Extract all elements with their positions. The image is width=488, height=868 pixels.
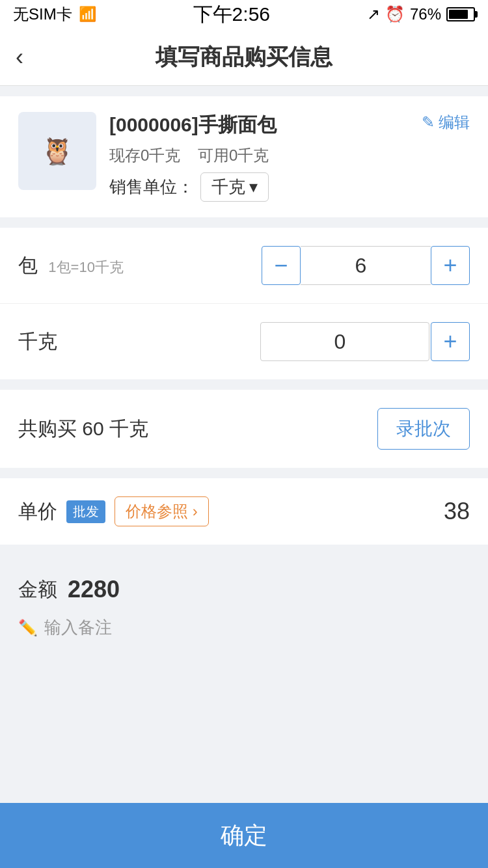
- edit-icon: ✎: [422, 113, 435, 131]
- edit-label: 编辑: [439, 112, 470, 133]
- amount-section: 金额 2280 ✏️ 输入备注: [0, 545, 488, 652]
- alarm-icon: ⏰: [385, 5, 405, 23]
- package-decrement-button[interactable]: −: [262, 246, 301, 285]
- package-increment-button[interactable]: +: [431, 246, 470, 285]
- kg-qty-input[interactable]: [260, 322, 429, 361]
- price-label: 单价: [18, 498, 57, 525]
- unit-dropdown-icon: ▾: [249, 177, 258, 197]
- product-card: 🦉 [0000006]手撕面包 现存0千克 可用0千克 销售单位： 千克 ▾ ✎…: [0, 96, 488, 217]
- product-stock: 现存0千克 可用0千克: [109, 145, 470, 166]
- product-unit-row: 销售单位： 千克 ▾: [109, 172, 470, 202]
- package-qty-input[interactable]: [301, 246, 431, 285]
- kg-label: 千克: [18, 329, 260, 355]
- edit-button[interactable]: ✎ 编辑: [422, 112, 470, 133]
- page-title: 填写商品购买信息: [156, 42, 332, 72]
- kg-row: 千克 +: [0, 304, 488, 379]
- package-row: 包 1包=10千克 − +: [0, 228, 488, 304]
- nav-bar: ‹ 填写商品购买信息: [0, 29, 488, 86]
- product-name: [0000006]手撕面包: [109, 112, 470, 139]
- amount-label: 金额: [18, 576, 57, 603]
- location-icon: ↗: [367, 5, 380, 23]
- kg-increment-button[interactable]: +: [431, 322, 470, 361]
- price-section: 单价 批发 价格参照 › 38: [0, 478, 488, 545]
- batch-button[interactable]: 录批次: [377, 408, 470, 450]
- package-label: 包 1包=10千克: [18, 252, 262, 279]
- status-time: 下午2:56: [193, 1, 270, 28]
- unit-select[interactable]: 千克 ▾: [200, 172, 269, 202]
- battery-percent: 76%: [410, 5, 441, 23]
- stock-text: 现存0千克: [109, 146, 180, 164]
- pencil-icon: ✏️: [18, 619, 38, 637]
- unit-label: 销售单位：: [109, 176, 194, 198]
- amount-row: 金额 2280: [18, 563, 470, 610]
- battery-bar: [446, 7, 475, 21]
- price-value: 38: [444, 498, 470, 525]
- remark-placeholder: 输入备注: [44, 616, 112, 639]
- package-hint: 1包=10千克: [48, 259, 124, 275]
- product-icon: 🦉: [41, 136, 74, 167]
- amount-value: 2280: [68, 576, 120, 603]
- summary-text: 共购买 60 千克: [18, 416, 148, 442]
- wifi-icon: 📶: [79, 6, 96, 23]
- remark-row[interactable]: ✏️ 输入备注: [18, 610, 470, 652]
- carrier-text: 无SIM卡: [13, 4, 72, 25]
- unit-value: 千克: [211, 176, 245, 198]
- back-button[interactable]: ‹: [16, 44, 23, 71]
- status-carrier: 无SIM卡 📶: [13, 4, 96, 25]
- price-row: 单价 批发 价格参照 › 38: [18, 496, 470, 526]
- available-text: 可用0千克: [198, 146, 269, 164]
- package-qty-control: − +: [262, 246, 470, 285]
- price-ref-button[interactable]: 价格参照 ›: [115, 496, 209, 526]
- status-bar: 无SIM卡 📶 下午2:56 ↗ ⏰ 76%: [0, 0, 488, 29]
- summary-row: 共购买 60 千克 录批次: [0, 390, 488, 468]
- kg-qty-control: +: [260, 322, 470, 361]
- product-thumbnail: 🦉: [18, 112, 96, 190]
- product-info: [0000006]手撕面包 现存0千克 可用0千克 销售单位： 千克 ▾: [109, 112, 470, 202]
- price-label-group: 单价 批发 价格参照 ›: [18, 496, 209, 526]
- status-right: ↗ ⏰ 76%: [367, 5, 475, 23]
- confirm-button[interactable]: 确定: [0, 803, 488, 868]
- quantity-input-section: 包 1包=10千克 − + 千克 +: [0, 228, 488, 379]
- price-tag: 批发: [66, 500, 105, 523]
